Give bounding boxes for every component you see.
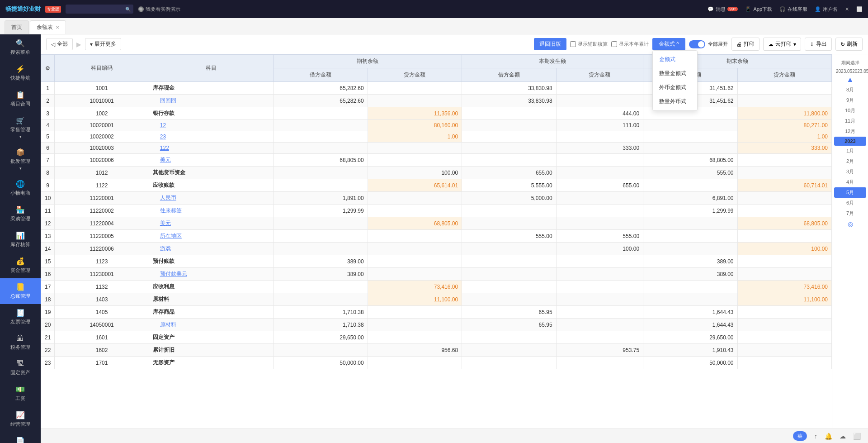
row-subject[interactable]: 美元 <box>149 154 273 167</box>
row-subject[interactable]: 122 <box>149 143 273 154</box>
maximize-icon[interactable]: ⬜ <box>856 6 863 12</box>
status-icon-1[interactable]: ↑ <box>814 433 817 440</box>
mode-qty-amount[interactable]: 数量金额式 <box>653 67 697 81</box>
sidebar-item-invoice[interactable]: 🧾 发票管理 <box>0 304 41 330</box>
online-service-button[interactable]: 🎧 在线客服 <box>779 6 807 13</box>
show-ytd-checkbox[interactable]: 显示本年累计 <box>611 41 649 48</box>
sidebar-item-search[interactable]: 🔍 搜索菜单 <box>0 34 41 60</box>
period-month-item[interactable]: 2月 <box>834 156 866 167</box>
row-subject[interactable]: 游戏 <box>149 243 273 255</box>
print-button[interactable]: 🖨 打印 <box>731 38 760 51</box>
message-button[interactable]: 💬 消息 99+ <box>708 6 738 13</box>
row-closing-credit <box>737 306 831 319</box>
row-subject[interactable]: 所在地区 <box>149 230 273 243</box>
sidebar-item-inventory[interactable]: 📊 库存核算 <box>0 227 41 252</box>
sidebar-item-ecommerce[interactable]: 🌐 小畅电商 <box>0 175 41 201</box>
sidebar-item-capital[interactable]: 💰 资金管理 <box>0 252 41 278</box>
row-period-credit <box>556 217 643 230</box>
sidebar-item-sales-report[interactable]: 📄 小畅报销 <box>0 432 41 443</box>
row-opening-debit <box>274 167 368 179</box>
sidebar-item-wholesale[interactable]: 📦 批发管理 ▾ <box>0 143 41 175</box>
mode-amount[interactable]: 金额式 <box>653 52 697 67</box>
period-month-item[interactable]: 6月 <box>834 198 866 208</box>
toggle-switch-input[interactable] <box>689 40 705 48</box>
period-month-item[interactable]: 2023 <box>834 137 866 146</box>
row-no: 22 <box>41 344 55 357</box>
cloud-icon: ☁ <box>768 41 774 48</box>
sidebar-item-operations[interactable]: 📈 经营管理 <box>0 406 41 432</box>
row-closing-credit <box>737 255 831 268</box>
status-icon-2[interactable]: 🔔 <box>825 433 832 440</box>
period-month-item[interactable]: 11月 <box>834 116 866 126</box>
period-header: 本期发生额 <box>462 55 643 68</box>
row-subject[interactable]: 预付款美元 <box>149 268 273 281</box>
row-opening-credit <box>368 95 462 107</box>
period-month-item[interactable]: 5月 <box>834 187 866 198</box>
row-code: 1602 <box>55 344 149 357</box>
row-period-debit <box>462 293 556 306</box>
sidebar-item-assets[interactable]: 🏗 固定资产 <box>0 355 41 381</box>
user-avatar[interactable]: 👤 用户名 <box>815 6 838 13</box>
period-month-item[interactable]: 4月 <box>834 177 866 187</box>
row-code: 1001 <box>55 82 149 95</box>
demo-link[interactable]: 🔘 我要看实例演示 <box>138 6 180 13</box>
close-icon[interactable]: ✕ <box>845 6 849 12</box>
sidebar-item-tax[interactable]: 🏛 税务管理 <box>0 330 41 355</box>
inventory-icon: 📊 <box>16 231 25 240</box>
period-month-item[interactable]: 10月 <box>834 105 866 116</box>
mode-foreign-amount[interactable]: 外币金额式 <box>653 81 697 95</box>
all-button[interactable]: ◁ 全部 <box>46 38 73 50</box>
mode-button[interactable]: 金额式 ^ <box>652 38 685 50</box>
mode-qty-foreign[interactable]: 数量外币式 <box>653 95 697 109</box>
show-assist-checkbox[interactable]: 显示辅助核算 <box>570 41 608 48</box>
period-up-button[interactable]: ▲ <box>834 75 866 85</box>
expand-more-button[interactable]: ▾ 展开更多 <box>85 38 121 50</box>
sidebar-label-ecommerce: 小畅电商 <box>10 190 30 196</box>
status-icon-4[interactable]: ⬜ <box>853 433 861 440</box>
row-period-debit: 555.00 <box>462 230 556 243</box>
row-no: 20 <box>41 319 55 331</box>
sidebar-item-quick-nav[interactable]: ⚡ 快捷导航 <box>0 60 41 86</box>
sidebar-item-purchase[interactable]: 🏪 采购管理 <box>0 201 41 227</box>
row-subject[interactable]: 原材料 <box>149 319 273 331</box>
row-opening-debit: 389.00 <box>274 268 368 281</box>
row-code: 1123 <box>55 255 149 268</box>
row-subject[interactable]: 23 <box>149 131 273 143</box>
period-credit-header: 贷方金额 <box>556 68 643 82</box>
period-month-item[interactable]: 7月 <box>834 208 866 219</box>
period-expand-button[interactable]: ◎ <box>834 219 866 229</box>
row-subject[interactable]: 人民币 <box>149 192 273 205</box>
table-row: 11 11220002 往来标签 1,299.99 1,299.99 <box>41 205 832 217</box>
return-old-button[interactable]: 退回旧版 <box>534 38 566 50</box>
search-sidebar-icon: 🔍 <box>16 39 25 48</box>
app-download-button[interactable]: 📱 App下载 <box>745 6 772 13</box>
row-subject[interactable]: 往来标签 <box>149 205 273 217</box>
sidebar-item-payroll[interactable]: 💵 工资 <box>0 381 41 406</box>
code-header: 科目编码 <box>55 55 149 82</box>
assist-checkbox-input[interactable] <box>570 41 576 47</box>
tab-close-icon[interactable]: ✕ <box>56 25 59 30</box>
row-opening-debit: 65,282.60 <box>274 82 368 95</box>
ytd-checkbox-input[interactable] <box>611 41 617 47</box>
row-subject[interactable]: 12 <box>149 120 273 131</box>
export-button[interactable]: ⤓ 导出 <box>805 38 832 51</box>
refresh-button[interactable]: ↻ 刷新 <box>835 38 863 51</box>
tab-home[interactable]: 首页 <box>5 20 29 34</box>
cloud-print-button[interactable]: ☁ 云打印 ▾ <box>763 38 801 51</box>
status-icon-3[interactable]: ☁ <box>840 433 846 440</box>
row-subject[interactable]: 美元 <box>149 217 273 230</box>
row-no: 7 <box>41 154 55 167</box>
sidebar-item-retail[interactable]: 🛒 零售管理 ▾ <box>0 112 41 143</box>
period-month-item[interactable]: 9月 <box>834 95 866 105</box>
row-subject[interactable]: 回回回 <box>149 95 273 107</box>
row-no: 15 <box>41 255 55 268</box>
sidebar-item-ledger[interactable]: 📒 总账管理 <box>0 278 41 304</box>
search-input[interactable] <box>66 5 133 14</box>
lang-button[interactable]: 英 <box>793 431 807 441</box>
period-month-item[interactable]: 12月 <box>834 126 866 137</box>
sidebar-item-project[interactable]: 📋 项目合同 <box>0 86 41 112</box>
period-month-item[interactable]: 8月 <box>834 85 866 95</box>
tab-balance[interactable]: 余额表 ✕ <box>30 20 66 34</box>
period-month-item[interactable]: 3月 <box>834 167 866 177</box>
period-month-item[interactable]: 1月 <box>834 146 866 156</box>
